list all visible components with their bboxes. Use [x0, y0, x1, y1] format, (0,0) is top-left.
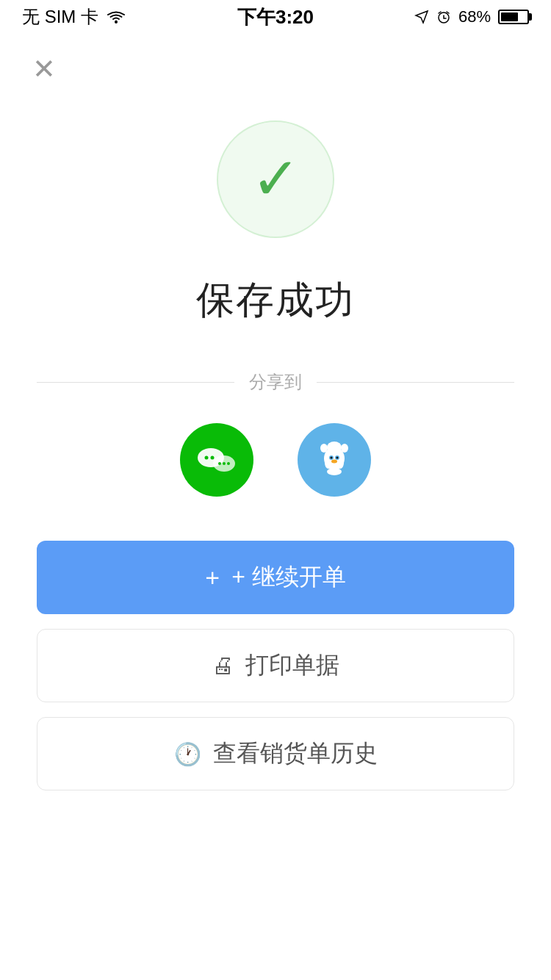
wifi-icon [106, 10, 126, 24]
divider-line-left [37, 382, 234, 383]
print-icon: 🖨 [212, 653, 234, 678]
svg-point-16 [336, 457, 339, 459]
history-icon: 🕐 [174, 741, 201, 767]
svg-point-0 [115, 21, 118, 24]
svg-point-7 [223, 462, 226, 465]
svg-point-19 [341, 444, 348, 453]
status-bar: 无 SIM 卡 下午3:20 68% [0, 0, 551, 32]
svg-point-15 [331, 457, 333, 459]
share-divider: 分享到 [37, 370, 514, 394]
qq-logo-icon [312, 438, 356, 482]
status-right: 68% [414, 7, 529, 26]
main-content: ✓ 保存成功 分享到 [0, 106, 551, 980]
status-time: 下午3:20 [237, 4, 314, 30]
continue-icon: + [205, 563, 220, 592]
battery-percent: 68% [458, 7, 491, 26]
status-left: 无 SIM 卡 [22, 5, 126, 29]
continue-label: + 继续开单 [231, 561, 346, 594]
share-label: 分享到 [249, 370, 302, 394]
divider-line-right [317, 382, 514, 383]
alarm-icon [436, 10, 451, 24]
action-buttons: + + 继续开单 🖨 打印单据 🕐 查看销货单历史 [37, 541, 514, 790]
success-title: 保存成功 [196, 275, 355, 326]
continue-button[interactable]: + + 继续开单 [37, 541, 514, 614]
close-button[interactable]: ✕ [22, 47, 66, 91]
svg-point-8 [227, 462, 230, 465]
share-section: 分享到 [37, 370, 514, 497]
success-icon-wrap: ✓ [217, 120, 334, 238]
checkmark-icon: ✓ [251, 150, 300, 209]
battery-icon [498, 10, 529, 24]
history-button[interactable]: 🕐 查看销货单历史 [37, 717, 514, 790]
print-button[interactable]: 🖨 打印单据 [37, 629, 514, 702]
svg-point-18 [320, 444, 328, 453]
location-icon [414, 10, 429, 24]
svg-point-20 [327, 442, 342, 453]
wechat-logo-icon [195, 442, 239, 478]
print-label: 打印单据 [245, 649, 339, 682]
close-icon: ✕ [32, 55, 56, 83]
svg-point-6 [218, 462, 221, 465]
qq-share-button[interactable] [298, 423, 371, 497]
svg-point-10 [327, 468, 342, 475]
share-icons-row [37, 423, 514, 497]
wechat-share-button[interactable] [180, 423, 253, 497]
history-label: 查看销货单历史 [213, 738, 378, 770]
no-sim-label: 无 SIM 卡 [22, 5, 98, 29]
svg-point-5 [211, 456, 215, 460]
svg-point-4 [205, 456, 209, 460]
svg-point-17 [331, 460, 337, 464]
